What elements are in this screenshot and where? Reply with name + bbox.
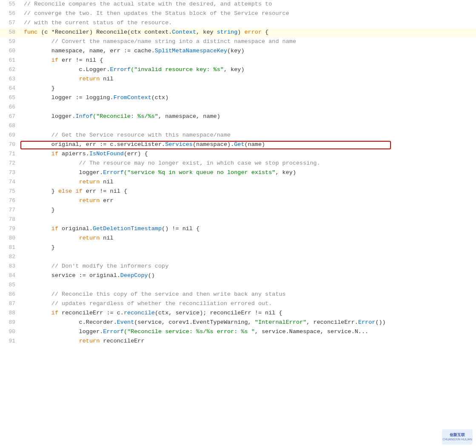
line-number: 75 [0, 187, 22, 197]
normal-token: service := original. [24, 272, 120, 279]
normal-token: } [24, 85, 55, 91]
code-line: 66 [0, 103, 476, 112]
line-number: 82 [0, 253, 22, 262]
normal-token: } [24, 207, 55, 213]
code-line: 72 // The resource may no longer exist, … [0, 159, 476, 168]
line-number: 58 [0, 28, 22, 37]
comment-token: // Reconcile compares the actual state w… [24, 1, 272, 7]
code-content: logger.Errorf("Reconcile service: %s/%s … [22, 328, 476, 337]
normal-token [24, 197, 79, 204]
line-number: 71 [0, 150, 22, 159]
code-line: 68 [0, 122, 476, 131]
method-token: Event [117, 319, 134, 325]
code-content: // updates regardless of whether the rec… [22, 300, 476, 309]
line-number: 63 [0, 75, 22, 84]
code-line: 59 // Convert the namespace/name string … [0, 37, 476, 47]
line-number: 86 [0, 290, 22, 300]
kw-token: if [51, 310, 58, 316]
code-content: // Get the Service resource with this na… [22, 131, 476, 140]
normal-token: apierrs. [58, 151, 89, 157]
code-content: return reconcileErr [22, 337, 476, 346]
normal-token [24, 179, 79, 185]
line-number: 91 [0, 337, 22, 346]
string-token: ("service %q in work queue no longer exi… [124, 169, 275, 176]
comment-token: // updates regardless of whether the rec… [24, 300, 272, 307]
code-content: // Reconcile this copy of the service an… [22, 290, 476, 300]
method-token: Get [234, 141, 244, 148]
kw-token: if [51, 57, 58, 63]
normal-token: (namespace). [193, 141, 234, 148]
code-content: } [22, 206, 476, 215]
code-content: // converge the two. It then updates the… [22, 9, 476, 19]
code-line: 55// Reconcile compares the actual state… [0, 0, 476, 9]
kw-token: return [79, 197, 100, 204]
normal-token [24, 225, 51, 232]
line-number: 76 [0, 197, 22, 206]
normal-token [24, 235, 79, 241]
code-content [22, 253, 476, 262]
line-number: 87 [0, 300, 22, 309]
code-line: 77 } [0, 206, 476, 215]
line-number: 90 [0, 328, 22, 337]
code-content [22, 281, 476, 290]
line-number: 56 [0, 9, 22, 19]
comment-token: // Don't modify the informers copy [24, 263, 168, 269]
code-line: 62 c.Logger.Errorf("invalid resource key… [0, 66, 476, 75]
normal-token: c.Recorder. [24, 319, 117, 325]
code-content: if apierrs.IsNotFound(err) { [22, 150, 476, 159]
code-line: 88 if reconcileErr := c.reconcile(ctx, s… [0, 309, 476, 318]
method-token: DeepCopy [120, 272, 148, 279]
code-content: // Don't modify the informers copy [22, 262, 476, 271]
code-content [22, 103, 476, 112]
normal-token: , key) [224, 66, 245, 73]
code-content: // with the current status of the resour… [22, 19, 476, 28]
code-content: if reconcileErr := c.reconcile(ctx, serv… [22, 309, 476, 318]
code-line: 70 original, err := c.serviceLister.Serv… [0, 140, 476, 150]
comment-token: // The resource may no longer exist, in … [24, 160, 320, 166]
line-number: 66 [0, 103, 22, 112]
normal-token: reconcileErr [100, 338, 144, 344]
code-line: 56// converge the two. It then updates t… [0, 9, 476, 19]
code-content: namespace, name, err := cache.SplitMetaN… [22, 47, 476, 56]
normal-token: err != nil { [58, 57, 103, 63]
comment-token: // Convert the namespace/name string int… [24, 38, 296, 45]
method-token: GetDeletionTimestamp [93, 225, 162, 232]
line-number: 67 [0, 112, 22, 122]
string-token: "InternalError" [255, 319, 307, 325]
normal-token: , key [196, 29, 217, 35]
method-token: Errorf [103, 328, 124, 335]
code-content: } [22, 243, 476, 253]
code-line: 61 if err != nil { [0, 56, 476, 66]
code-content: c.Recorder.Event(service, corev1.EventTy… [22, 318, 476, 328]
watermark: 创新互联 CHUANGXIN HULIAN [442, 429, 473, 445]
code-line: 86 // Reconcile this copy of the service… [0, 290, 476, 300]
code-line: 80 return nil [0, 234, 476, 243]
normal-token: , service.Namespace, service.N [255, 328, 358, 335]
method-token: reconcile [124, 310, 155, 316]
code-line: 73 logger.Errorf("service %q in work que… [0, 168, 476, 178]
normal-token: err [100, 197, 113, 204]
line-number: 73 [0, 168, 22, 178]
kw-token: return [79, 235, 100, 241]
normal-token: logger. [24, 169, 103, 176]
normal-token: } [24, 188, 58, 194]
comment-token: // Get the Service resource with this na… [24, 132, 231, 138]
comment-token: // with the current status of the resour… [24, 20, 172, 26]
line-number: 80 [0, 234, 22, 243]
line-number: 69 [0, 131, 22, 140]
normal-token: err != nil { [83, 188, 127, 194]
normal-token: () [148, 272, 155, 279]
code-content: c.Logger.Errorf("invalid resource key: %… [22, 66, 476, 75]
normal-token: logger := logging. [24, 94, 114, 101]
line-number: 78 [0, 215, 22, 225]
line-number: 84 [0, 271, 22, 281]
kw-token: func [24, 29, 37, 35]
code-line: 85 [0, 281, 476, 290]
normal-token: namespace, name, err := cache. [24, 48, 155, 54]
normal-token: (name) [245, 141, 265, 148]
normal-token: } [24, 244, 55, 251]
line-number: 85 [0, 281, 22, 290]
code-line: 78 [0, 215, 476, 225]
code-content: return nil [22, 75, 476, 84]
code-line: 87 // updates regardless of whether the … [0, 300, 476, 309]
